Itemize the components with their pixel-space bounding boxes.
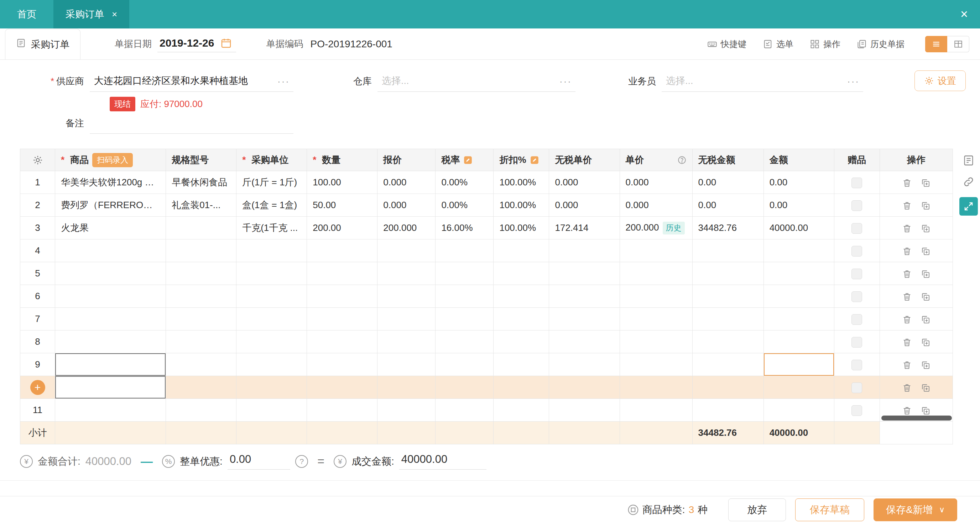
cell-uprice[interactable]: [549, 285, 620, 308]
delete-row-icon[interactable]: [902, 200, 912, 211]
delete-row-icon[interactable]: [902, 336, 912, 347]
related-form-icon[interactable]: [963, 154, 975, 166]
cell-product[interactable]: [55, 331, 166, 353]
gift-checkbox[interactable]: [851, 246, 862, 257]
cell-tax[interactable]: [436, 331, 493, 353]
calendar-icon[interactable]: [220, 37, 232, 49]
cell-qty[interactable]: [307, 239, 377, 262]
gear-icon[interactable]: [32, 155, 43, 165]
gift-checkbox[interactable]: [851, 269, 862, 279]
copy-row-icon[interactable]: [921, 336, 931, 347]
cell-qty[interactable]: 50.00: [307, 194, 377, 217]
cell-amount[interactable]: 0.00: [764, 194, 834, 217]
cell-qty[interactable]: 100.00: [307, 171, 377, 194]
delete-row-icon[interactable]: [902, 291, 912, 302]
date-field[interactable]: 2019-12-26: [158, 36, 236, 52]
cell-price[interactable]: 0.000: [620, 194, 692, 217]
cell-uamount[interactable]: [692, 285, 764, 308]
gift-checkbox[interactable]: [851, 360, 862, 370]
cell-quote[interactable]: [377, 376, 436, 399]
warehouse-field[interactable]: 选择... ···: [377, 74, 576, 92]
cell-uprice[interactable]: [549, 262, 620, 285]
salesman-more-button[interactable]: ···: [847, 76, 860, 87]
cell-uprice[interactable]: 172.414: [549, 217, 620, 239]
gift-checkbox[interactable]: [851, 314, 862, 325]
copy-row-icon[interactable]: [921, 268, 931, 279]
cell-unit[interactable]: 斤(1斤 = 1斤): [237, 171, 307, 194]
cell-discount[interactable]: [493, 262, 549, 285]
cell-quote[interactable]: [377, 308, 436, 331]
history-docs-button[interactable]: 历史单据: [857, 38, 905, 50]
cell-qty[interactable]: [307, 262, 377, 285]
cell-price[interactable]: [620, 399, 692, 422]
cell-uamount[interactable]: 0.00: [692, 194, 764, 217]
cell-product[interactable]: [55, 308, 166, 331]
actions-button[interactable]: 操作: [810, 38, 840, 50]
copy-row-icon[interactable]: [921, 291, 931, 302]
doc-tab-purchase-order[interactable]: 采购订单: [5, 29, 81, 59]
cell-qty[interactable]: [307, 353, 377, 376]
cell-qty[interactable]: [307, 376, 377, 399]
cell-discount[interactable]: 100.00%: [493, 217, 549, 239]
cell-unit[interactable]: [237, 331, 307, 353]
copy-row-icon[interactable]: [921, 359, 931, 370]
cell-unit[interactable]: [237, 308, 307, 331]
cell-spec[interactable]: [166, 331, 237, 353]
cell-spec[interactable]: [166, 399, 237, 422]
cell-unit[interactable]: [237, 285, 307, 308]
cell-discount[interactable]: 100.00%: [493, 194, 549, 217]
cell-discount[interactable]: [493, 285, 549, 308]
history-badge[interactable]: 历史: [663, 222, 685, 235]
cell-discount[interactable]: [493, 353, 549, 376]
gift-checkbox[interactable]: [851, 178, 862, 188]
chevron-down-icon[interactable]: ∨: [939, 505, 945, 515]
cell-amount[interactable]: 40000.00: [764, 217, 834, 239]
cell-price[interactable]: [620, 262, 692, 285]
gift-checkbox[interactable]: [851, 405, 862, 416]
cell-quote[interactable]: [377, 285, 436, 308]
cell-tax[interactable]: [436, 308, 493, 331]
gift-checkbox[interactable]: [851, 292, 862, 302]
cell-spec[interactable]: 礼盒装01-...: [166, 194, 237, 217]
tab-close-icon[interactable]: ×: [112, 9, 117, 20]
cell-unit[interactable]: [237, 239, 307, 262]
delete-row-icon[interactable]: [902, 177, 912, 188]
cell-price[interactable]: 200.000历史: [620, 217, 692, 239]
copy-row-icon[interactable]: [921, 314, 931, 325]
cell-discount[interactable]: [493, 308, 549, 331]
cell-tax[interactable]: [436, 353, 493, 376]
cell-spec[interactable]: [166, 217, 237, 239]
cell-spec[interactable]: [166, 285, 237, 308]
cell-product[interactable]: [55, 262, 166, 285]
cell-amount[interactable]: [764, 353, 834, 376]
cell-unit[interactable]: [237, 262, 307, 285]
supplier-field[interactable]: 大连花园口经济区景和水果种植基地 ···: [90, 74, 293, 92]
link-icon[interactable]: [963, 176, 975, 188]
scan-entry-badge[interactable]: 扫码录入: [92, 153, 133, 167]
cell-spec[interactable]: [166, 376, 237, 399]
delete-row-icon[interactable]: [902, 245, 912, 256]
cell-tax[interactable]: [436, 285, 493, 308]
cell-amount[interactable]: [764, 331, 834, 353]
help-circle-icon[interactable]: ?: [295, 455, 308, 468]
cell-uprice[interactable]: [549, 353, 620, 376]
edit-icon[interactable]: [530, 155, 539, 165]
cell-quote[interactable]: [377, 331, 436, 353]
cell-uamount[interactable]: 34482.76: [692, 217, 764, 239]
window-close-icon[interactable]: ×: [948, 0, 980, 29]
cell-qty[interactable]: 200.00: [307, 217, 377, 239]
cell-quote[interactable]: 0.000: [377, 171, 436, 194]
cell-tax[interactable]: [436, 376, 493, 399]
cell-unit[interactable]: [237, 399, 307, 422]
cell-uamount[interactable]: [692, 262, 764, 285]
cell-discount[interactable]: [493, 399, 549, 422]
gift-checkbox[interactable]: [851, 200, 862, 211]
copy-row-icon[interactable]: [921, 200, 931, 211]
cell-tax[interactable]: 0.00%: [436, 194, 493, 217]
help-icon[interactable]: [677, 155, 687, 165]
cell-spec[interactable]: 早餐休闲食品: [166, 171, 237, 194]
cell-unit[interactable]: [237, 353, 307, 376]
remark-field[interactable]: [90, 118, 293, 134]
cell-quote[interactable]: [377, 239, 436, 262]
delete-row-icon[interactable]: [902, 359, 912, 370]
